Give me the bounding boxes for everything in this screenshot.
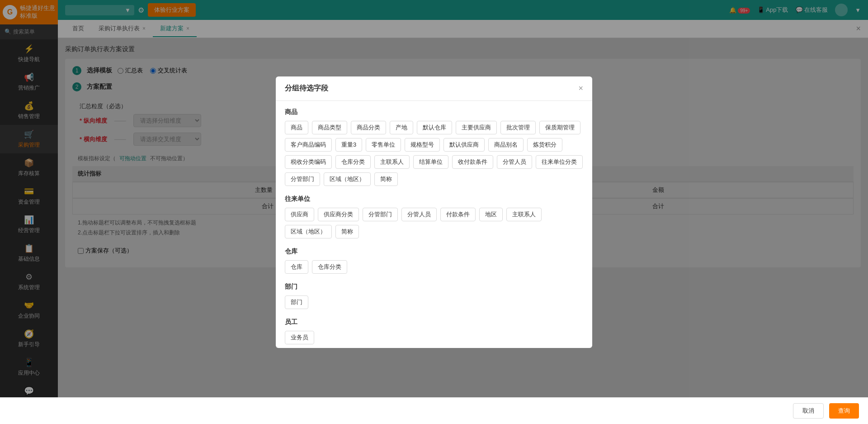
modal-overlay: 分组待选字段 × 商品 商品商品类型商品分类产地默认仓库主要供应商批次管理保质期… (0, 0, 868, 424)
field-tag-简称[interactable]: 简称 (335, 225, 359, 238)
field-tag-规格型号[interactable]: 规格型号 (405, 138, 440, 152)
modal-close-button[interactable]: × (578, 84, 583, 93)
field-tag-简称[interactable]: 简称 (374, 172, 398, 186)
confirm-button[interactable]: 查询 (829, 403, 859, 419)
field-tag-地区[interactable]: 地区 (479, 208, 503, 221)
cancel-button[interactable]: 取消 (793, 403, 824, 419)
field-tag-默认仓库[interactable]: 默认仓库 (417, 121, 452, 134)
modal-title: 分组待选字段 (285, 84, 328, 93)
field-tag-分管部门[interactable]: 分管部门 (363, 208, 398, 221)
field-tag-零售单位[interactable]: 零售单位 (366, 138, 401, 152)
field-tag-商品分类[interactable]: 商品分类 (351, 121, 386, 134)
field-tag-税收分类编码[interactable]: 税收分类编码 (285, 155, 332, 169)
section-goods: 商品 商品商品类型商品分类产地默认仓库主要供应商批次管理保质期管理客户商品编码重… (285, 108, 583, 186)
field-tag-炼货积分[interactable]: 炼货积分 (527, 138, 562, 152)
section-department: 部门 部门 (285, 283, 583, 309)
field-tag-批次管理[interactable]: 批次管理 (500, 121, 536, 134)
goods-field-grid: 商品商品类型商品分类产地默认仓库主要供应商批次管理保质期管理客户商品编码重量3零… (285, 121, 583, 186)
field-tag-主要供应商[interactable]: 主要供应商 (456, 121, 497, 134)
field-tag-商品别名[interactable]: 商品别名 (488, 138, 524, 152)
partner-field-grid: 供应商供应商分类分管部门分管人员付款条件地区主联系人区域（地区）简称 (285, 208, 583, 238)
field-tag-主联系人[interactable]: 主联系人 (374, 155, 410, 169)
section-goods-title: 商品 (285, 108, 583, 116)
field-tag-部门[interactable]: 部门 (285, 295, 308, 309)
field-tag-分管部门[interactable]: 分管部门 (285, 172, 320, 186)
field-tag-结算单位[interactable]: 结算单位 (413, 155, 448, 169)
field-tag-区域（地区）[interactable]: 区域（地区） (324, 172, 371, 186)
field-select-modal: 分组待选字段 × 商品 商品商品类型商品分类产地默认仓库主要供应商批次管理保质期… (276, 76, 592, 348)
section-partner: 往来单位 供应商供应商分类分管部门分管人员付款条件地区主联系人区域（地区）简称 (285, 195, 583, 238)
warehouse-field-grid: 仓库仓库分类 (285, 260, 583, 274)
section-employee: 员工 业务员 (285, 318, 583, 344)
modal-header: 分组待选字段 × (276, 76, 592, 101)
employee-field-grid: 业务员 (285, 331, 583, 344)
field-tag-供应商[interactable]: 供应商 (285, 208, 314, 221)
field-tag-商品[interactable]: 商品 (285, 121, 308, 134)
field-tag-付款条件[interactable]: 付款条件 (440, 208, 476, 221)
field-tag-往来单位分类[interactable]: 往来单位分类 (536, 155, 583, 169)
field-tag-区域（地区）[interactable]: 区域（地区） (285, 225, 332, 238)
field-tag-产地[interactable]: 产地 (390, 121, 413, 134)
modal-body[interactable]: 商品 商品商品类型商品分类产地默认仓库主要供应商批次管理保质期管理客户商品编码重… (276, 101, 592, 348)
field-tag-分管人员[interactable]: 分管人员 (401, 208, 437, 221)
field-tag-供应商分类[interactable]: 供应商分类 (318, 208, 359, 221)
field-tag-仓库分类[interactable]: 仓库分类 (312, 260, 347, 274)
section-employee-title: 员工 (285, 318, 583, 326)
field-tag-收付款条件[interactable]: 收付款条件 (452, 155, 493, 169)
field-tag-分管人员[interactable]: 分管人员 (497, 155, 532, 169)
field-tag-保质期管理[interactable]: 保质期管理 (539, 121, 580, 134)
field-tag-重量3[interactable]: 重量3 (335, 138, 362, 152)
section-partner-title: 往来单位 (285, 195, 583, 203)
field-tag-商品类型[interactable]: 商品类型 (312, 121, 347, 134)
field-tag-默认供应商[interactable]: 默认供应商 (443, 138, 485, 152)
field-tag-客户商品编码[interactable]: 客户商品编码 (285, 138, 332, 152)
section-dept-title: 部门 (285, 283, 583, 291)
field-tag-仓库分类[interactable]: 仓库分类 (335, 155, 371, 169)
dept-field-grid: 部门 (285, 295, 583, 309)
field-tag-业务员[interactable]: 业务员 (285, 331, 314, 344)
section-warehouse-title: 仓库 (285, 248, 583, 256)
field-tag-主联系人[interactable]: 主联系人 (506, 208, 542, 221)
page-footer: 取消 查询 (0, 397, 868, 424)
field-tag-仓库[interactable]: 仓库 (285, 260, 308, 274)
section-warehouse: 仓库 仓库仓库分类 (285, 248, 583, 274)
